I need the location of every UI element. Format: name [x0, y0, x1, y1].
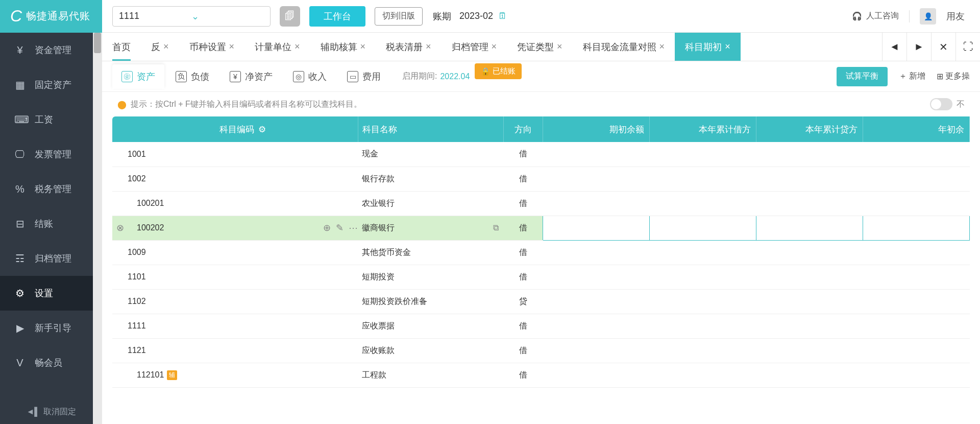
dir-text: 借 [504, 216, 543, 240]
consult-link[interactable]: 🎧 人工咨询 [852, 11, 899, 21]
close-icon[interactable]: × [492, 41, 497, 52]
add-button[interactable]: ＋ 新增 [899, 71, 925, 82]
tab-9[interactable]: 科目期初× [675, 33, 741, 61]
more-icon[interactable]: ⋯ [349, 222, 358, 233]
table-row[interactable]: 1009 其他货币资金 借 [112, 240, 970, 265]
subtab-label: 费用 [362, 70, 381, 83]
sidebar-item-1[interactable]: ▦固定资产 [0, 67, 102, 102]
avatar-icon[interactable]: 👤 [920, 8, 936, 25]
cell-open [543, 289, 649, 314]
cell-open [543, 167, 649, 191]
tab-6[interactable]: 归档管理× [442, 33, 507, 61]
edit-icon[interactable]: ✎ [336, 222, 344, 233]
sidebar-item-label: 归档管理 [35, 252, 71, 265]
sidebar-item-9[interactable]: V畅会员 [0, 345, 102, 380]
table-row[interactable]: 1002 银行存款 借 [112, 167, 970, 191]
cell-debit[interactable] [649, 216, 756, 240]
cell-debit [649, 289, 756, 314]
close-icon[interactable]: × [163, 41, 169, 52]
table-row[interactable]: ⊗100202⊕✎⋯ 徽商银行⧉ 借 [112, 216, 970, 240]
cell-open [543, 240, 649, 265]
company-dropdown[interactable]: 1111 ⌄ [112, 6, 271, 27]
workbench-button[interactable]: 工作台 [309, 6, 365, 27]
close-icon[interactable]: × [426, 41, 431, 52]
close-icon[interactable]: × [229, 41, 235, 52]
cell-year [863, 191, 969, 216]
lock-icon: 🔒 [481, 67, 491, 76]
more-button[interactable]: ⊞ 更多操 [937, 71, 970, 82]
close-icon[interactable]: × [295, 41, 300, 52]
calendar-icon[interactable]: 🗓 [498, 11, 507, 21]
tabs: 首页反×币种设置×计量单位×辅助核算×税表清册×归档管理×凭证类型×科目现金流量… [102, 33, 980, 61]
sidebar-icon: ⌨ [14, 113, 26, 126]
clipboard-icon: 🗐 [285, 10, 295, 22]
copy-icon[interactable]: ⧉ [493, 223, 499, 232]
tab-5[interactable]: 税表清册× [376, 33, 442, 61]
sidebar-item-label: 工资 [35, 113, 53, 126]
tab-fullscreen[interactable]: ⛶ [955, 33, 980, 61]
trial-balance-button[interactable]: 试算平衡 [837, 67, 888, 86]
sidebar-item-7[interactable]: ⚙设置 [0, 276, 102, 311]
table-row[interactable]: 1111 应收票据 借 [112, 314, 970, 338]
sidebar-icon: % [14, 183, 26, 195]
clipboard-button[interactable]: 🗐 [280, 6, 300, 27]
tab-8[interactable]: 科目现金流量对照× [573, 33, 675, 61]
unpin-button[interactable]: ◄▌ 取消固定 [0, 399, 102, 424]
old-version-button[interactable]: 切到旧版 [375, 7, 423, 26]
tab-close-all[interactable]: ✕ [931, 33, 955, 61]
gear-icon[interactable]: ⚙ [258, 124, 266, 135]
sidebar-item-3[interactable]: 🖵发票管理 [0, 137, 102, 172]
table-row[interactable]: 1001 现金 借 [112, 142, 970, 167]
subtab-0[interactable]: ㊎资产 [112, 64, 164, 89]
close-icon[interactable]: × [557, 41, 562, 52]
table-row[interactable]: 1101 短期投资 借 [112, 265, 970, 289]
close-icon[interactable]: × [725, 41, 730, 52]
cell-credit[interactable] [756, 216, 863, 240]
tab-label: 税表清册 [386, 41, 423, 53]
sidebar-item-6[interactable]: ☶归档管理 [0, 241, 102, 276]
cell-debit [649, 240, 756, 265]
tip-toggle[interactable] [930, 98, 952, 110]
close-icon[interactable]: × [360, 41, 366, 52]
sidebar-item-4[interactable]: %税务管理 [0, 172, 102, 206]
tab-7[interactable]: 凭证类型× [507, 33, 573, 61]
close-icon[interactable]: × [659, 41, 665, 52]
table-row[interactable]: 112101辅 工程款 借 [112, 363, 970, 387]
table-row[interactable]: 100201 农业银行 借 [112, 191, 970, 216]
subtab-1[interactable]: 负负债 [166, 64, 218, 89]
sidebar-scrollbar[interactable] [93, 33, 102, 424]
subtab-2[interactable]: ¥净资产 [220, 64, 282, 89]
tab-1[interactable]: 反× [141, 33, 179, 61]
subtab-4[interactable]: ▭费用 [338, 64, 390, 89]
cell-open[interactable] [543, 216, 649, 240]
tab-label: 科目现金流量对照 [583, 41, 656, 53]
table-row[interactable]: 1102 短期投资跌价准备 贷 [112, 289, 970, 314]
cell-debit [649, 314, 756, 338]
code-text: 1121 [128, 346, 146, 355]
tab-3[interactable]: 计量单位× [244, 33, 310, 61]
sidebar-item-5[interactable]: ⊟结账 [0, 206, 102, 241]
dir-text: 贷 [504, 289, 543, 314]
sidebar-item-8[interactable]: ▶新手引导 [0, 311, 102, 345]
tab-4[interactable]: 辅助核算× [310, 33, 376, 61]
tab-0[interactable]: 首页 [102, 33, 141, 61]
subtab-3[interactable]: ◎收入 [284, 64, 336, 89]
cell-debit [649, 338, 756, 363]
cell-open [543, 265, 649, 289]
tab-label: 币种设置 [189, 41, 226, 53]
cell-debit [649, 191, 756, 216]
cell-credit [756, 338, 863, 363]
sidebar-item-0[interactable]: ¥资金管理 [0, 33, 102, 67]
tab-label: 计量单位 [255, 41, 291, 53]
tab-2[interactable]: 币种设置× [179, 33, 245, 61]
code-text: 100202 [128, 223, 164, 232]
table-row[interactable]: 1121 应收账款 借 [112, 338, 970, 363]
tab-scroll-left[interactable]: ◄ [882, 33, 906, 61]
delete-row-icon[interactable]: ⊗ [116, 222, 124, 233]
tab-scroll-right[interactable]: ► [906, 33, 931, 61]
cell-credit [756, 265, 863, 289]
code-text: 1111 [128, 321, 146, 331]
tab-label: 首页 [112, 41, 131, 53]
add-child-icon[interactable]: ⊕ [323, 222, 331, 233]
sidebar-item-2[interactable]: ⌨工资 [0, 102, 102, 137]
